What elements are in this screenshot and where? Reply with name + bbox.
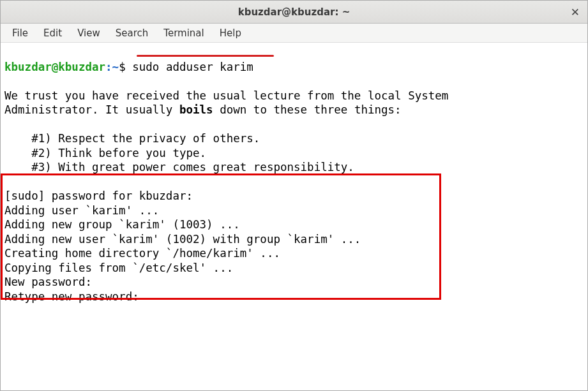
output-rule3: #3) With great power comes great respons… (4, 161, 354, 173)
menu-search[interactable]: Search (109, 25, 155, 41)
output-adding-group: Adding new group `karim' (1003) ... (4, 218, 240, 231)
menu-file[interactable]: File (6, 25, 34, 41)
output-rule1: #1) Respect the privacy of others. (4, 132, 260, 145)
menu-terminal[interactable]: Terminal (157, 25, 210, 41)
prompt-user-host: kbuzdar@kbuzdar (4, 61, 105, 73)
output-copying-files: Copying files from `/etc/skel' ... (4, 262, 233, 274)
output-retype-password: Retype new password: (4, 290, 139, 303)
terminal-area[interactable]: kbuzdar@kbuzdar:~$ sudo adduser karim We… (1, 43, 587, 350)
output-lecture2-pre: Administrator. It usually (4, 103, 179, 116)
window-title: kbuzdar@kbuzdar: ~ (1, 6, 587, 18)
output-lecture2-bold: boils (179, 103, 213, 116)
prompt-symbol: $ (119, 61, 126, 73)
prompt-separator: : (105, 61, 112, 73)
menu-help[interactable]: Help (213, 25, 248, 41)
menubar: File Edit View Search Terminal Help (1, 24, 587, 43)
output-new-password: New password: (4, 276, 92, 288)
output-creating-home: Creating home directory `/home/karim' ..… (4, 247, 280, 260)
command-text: sudo adduser karim (132, 61, 253, 73)
output-adding-user: Adding user `karim' ... (4, 204, 159, 217)
command-underline-annotation (137, 55, 274, 57)
output-sudo-prompt: [sudo] password for kbuzdar: (4, 189, 193, 202)
output-lecture2-post: down to these three things: (213, 103, 402, 116)
menu-view[interactable]: View (71, 25, 107, 41)
output-adding-user-group: Adding new user `karim' (1002) with grou… (4, 233, 361, 246)
output-rule2: #2) Think before you type. (4, 147, 206, 159)
menu-edit[interactable]: Edit (37, 25, 68, 41)
output-lecture1: We trust you have received the usual lec… (4, 89, 448, 102)
prompt-path: ~ (112, 61, 119, 73)
close-icon[interactable]: ✕ (571, 6, 580, 17)
titlebar: kbuzdar@kbuzdar: ~ ✕ (1, 1, 587, 24)
